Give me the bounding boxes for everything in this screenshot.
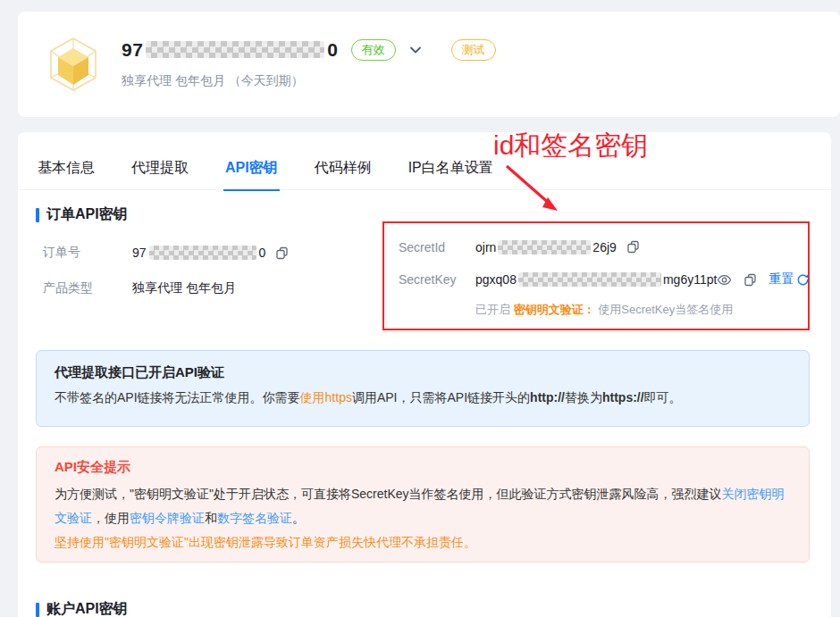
use-https-link[interactable]: 使用https [300, 390, 352, 404]
copy-secret-id-icon[interactable] [626, 239, 641, 254]
section-title-text: 订单API密钥 [46, 205, 128, 224]
redacted-order-number [149, 246, 256, 260]
chevron-down-icon[interactable] [408, 43, 423, 57]
env-badge: 测试 [451, 39, 496, 61]
order-no-suffix: 0 [259, 246, 266, 260]
annotation-id-and-signing-key: id和签名密钥 [493, 128, 648, 164]
order-header-card: 970 有效 测试 独享代理 包年包月 （今天到期） [18, 12, 840, 117]
secret-highlight-box: SecretId ojrn26j9 SecretKey pgxq08mg6y11… [382, 221, 810, 330]
secret-key-prefix: pgxq08 [475, 272, 517, 287]
secret-key-row: SecretKey pgxq08mg6y11pt 重置 [399, 271, 801, 288]
order-header-main: 970 有效 测试 独享代理 包年包月 （今天到期） [122, 39, 496, 89]
order-api-key-page: 970 有效 测试 独享代理 包年包月 （今天到期） 基本信息 代理提取 API… [0, 0, 840, 617]
tab-proxy-extract[interactable]: 代理提取 [130, 152, 190, 191]
api-verification-info-box: 代理提取接口已开启API验证 不带签名的API链接将无法正常使用。你需要使用ht… [36, 350, 810, 427]
order-number-value: 970 [132, 246, 265, 260]
annotation-arrow-icon [491, 163, 574, 221]
https-protocol-text: https:// [602, 390, 644, 404]
copy-order-number-icon[interactable] [274, 246, 290, 261]
warning-box-body: 为方便测试，"密钥明文验证"处于开启状态，可直接将SecretKey当作签名使用… [55, 482, 791, 554]
section-accent-bar [36, 603, 39, 617]
redacted-secret-key [518, 272, 661, 287]
http-protocol-text: http:// [530, 390, 565, 404]
tab-code-samples[interactable]: 代码样例 [313, 152, 374, 191]
warning-body-segment: 和 [205, 511, 217, 525]
redacted-order-id [146, 41, 324, 58]
tab-ip-whitelist[interactable]: IP白名单设置 [407, 152, 495, 191]
order-id-title: 970 [122, 39, 339, 61]
secret-key-actions: 重置 [717, 271, 810, 288]
account-api-key-section-title: 账户API密钥 [36, 600, 128, 617]
product-type-label: 产品类型 [43, 280, 132, 296]
order-api-key-section-title: 订单API密钥 [36, 205, 128, 224]
secret-key-suffix: mg6y11pt [663, 272, 717, 287]
tab-bar: 基本信息 代理提取 API密钥 代码样例 IP白名单设置 [36, 152, 495, 191]
product-cube-icon [48, 37, 98, 92]
redacted-secret-id [498, 240, 591, 254]
refresh-icon [796, 273, 810, 287]
tab-api-key[interactable]: API密钥 [223, 152, 280, 191]
info-box-body: 不带签名的API链接将无法正常使用。你需要使用https调用API，只需将API… [55, 390, 791, 406]
note-suffix: 使用SecretKey当签名使用 [598, 303, 733, 316]
api-security-warning-box: API安全提示 为方便测试，"密钥明文验证"处于开启状态，可直接将SecretK… [36, 446, 810, 563]
warning-body-segment: ，使用 [92, 511, 130, 525]
secret-id-value: ojrn26j9 [475, 240, 617, 254]
warning-disclaimer-line: 坚持使用"密钥明文验证"出现密钥泄露导致订单资产损失快代理不承担责任。 [55, 530, 791, 554]
product-type-value: 独享代理 包年包月 [132, 280, 236, 296]
info-body-segment: 调用API，只需将API链接开头的 [352, 390, 530, 404]
reset-secret-key-button[interactable]: 重置 [769, 271, 810, 288]
secret-id-label: SecretId [399, 240, 475, 254]
digital-signature-verification-link[interactable]: 数字签名验证 [217, 511, 292, 525]
secret-key-label: SecretKey [399, 272, 475, 287]
warning-body-segment: 为方便测试，"密钥明文验证"处于开启状态，可直接将SecretKey当作签名使用… [55, 487, 722, 501]
info-box-title: 代理提取接口已开启API验证 [55, 364, 791, 381]
section-title-text: 账户API密钥 [46, 600, 128, 617]
order-number-row: 订单号 970 [43, 245, 290, 261]
secret-id-row: SecretId ojrn26j9 [399, 239, 801, 254]
secret-id-prefix: ojrn [475, 240, 496, 254]
order-number-label: 订单号 [43, 245, 132, 261]
show-secret-key-eye-icon[interactable] [717, 272, 732, 288]
order-subtitle: 独享代理 包年包月 （今天到期） [122, 73, 496, 89]
secret-id-suffix: 26j9 [592, 240, 616, 254]
order-no-prefix: 97 [132, 246, 147, 260]
warning-body-segment: 。 [292, 511, 305, 525]
section-accent-bar [36, 208, 39, 222]
api-key-panel: 基本信息 代理提取 API密钥 代码样例 IP白名单设置 订单API密钥 订单号… [18, 132, 831, 617]
warning-box-title: API安全提示 [55, 459, 791, 476]
copy-secret-key-icon[interactable] [743, 272, 758, 288]
note-prefix: 已开启 [475, 303, 510, 316]
order-id-suffix: 0 [327, 39, 338, 60]
tab-basic-info[interactable]: 基本信息 [36, 152, 97, 191]
plaintext-verification-note: 已开启 密钥明文验证： 使用SecretKey当签名使用 [475, 302, 733, 318]
secret-key-value: pgxq08mg6y11pt [475, 272, 717, 287]
status-badge: 有效 [351, 39, 396, 61]
info-body-segment: 即可。 [644, 390, 682, 404]
info-body-segment: 不带签名的API链接将无法正常使用。你需要 [55, 390, 300, 404]
key-token-verification-link[interactable]: 密钥令牌验证 [130, 511, 205, 525]
note-highlight: 密钥明文验证： [514, 303, 595, 316]
info-body-segment: 替换为 [565, 390, 602, 404]
reset-label: 重置 [769, 271, 794, 288]
product-type-row: 产品类型 独享代理 包年包月 [43, 280, 236, 296]
order-id-prefix: 97 [122, 39, 143, 60]
